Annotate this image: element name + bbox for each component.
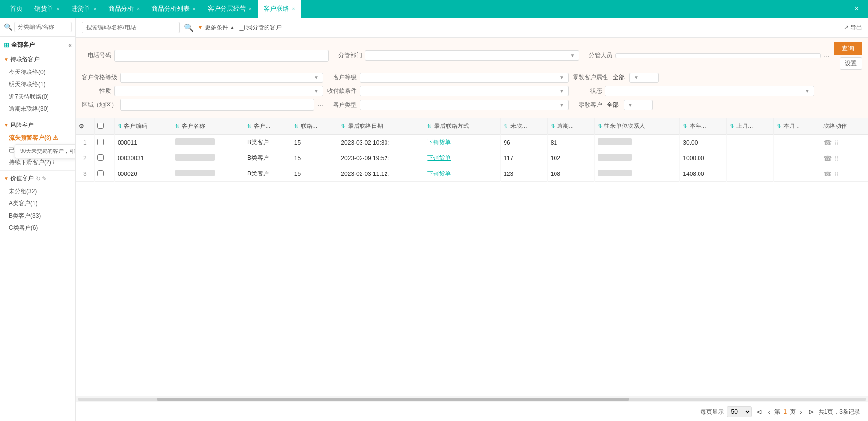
payment-select[interactable]: ▼: [360, 86, 569, 96]
customer-level-select[interactable]: ▼: [360, 73, 569, 83]
row-checkbox-2[interactable]: [94, 166, 114, 182]
filter-person: 分管人员 ···: [583, 51, 830, 60]
row-last-method-0[interactable]: 下销货单: [424, 135, 501, 150]
export-button[interactable]: ↗ 导出: [844, 24, 862, 32]
nav-home[interactable]: 首页: [4, 0, 28, 18]
table-row: 1 000011 B类客户 15 2023-03-02 10:30: 下销货单 …: [76, 135, 868, 150]
first-page-button[interactable]: ⊲: [755, 408, 764, 416]
nav-customer-contact-close[interactable]: ×: [292, 6, 295, 12]
sidebar-item-overdue[interactable]: 逾期未联络(30): [0, 103, 75, 115]
retail-attr-select[interactable]: ▼: [629, 73, 659, 83]
col-contact-person[interactable]: ⇅ 往来单位联系人: [594, 118, 680, 135]
nav-product-analysis[interactable]: 商品分析 ×: [102, 0, 145, 18]
col-level[interactable]: ⇅ 客户...: [244, 118, 291, 135]
search-button[interactable]: 🔍: [184, 23, 193, 32]
row-last-method-2[interactable]: 下销货单: [424, 166, 501, 182]
col-last-month[interactable]: ⇅ 上月...: [726, 118, 773, 135]
row-checkbox-1[interactable]: [94, 150, 114, 166]
nature-select[interactable]: ▼: [114, 86, 323, 96]
last-page-button[interactable]: ⊳: [807, 408, 816, 416]
person-select[interactable]: [615, 53, 821, 58]
row-checkbox-0[interactable]: [94, 135, 114, 150]
contact-icon-0[interactable]: ☎: [823, 139, 832, 147]
sort-icon-contact: ⇅: [294, 124, 298, 129]
sidebar-item-ungrouped[interactable]: 未分组(32): [0, 185, 75, 198]
sort-icon-person: ⇅: [598, 124, 602, 129]
window-close-button[interactable]: ×: [849, 1, 864, 16]
row-uncontacted-1: 117: [501, 150, 548, 166]
my-customers-checkbox-label[interactable]: 我分管的客户: [239, 24, 282, 32]
nav-product-analysis-close[interactable]: ×: [137, 6, 140, 12]
sidebar-item-b-class[interactable]: B类客户(33): [0, 210, 75, 222]
table-row: 3 000026 B类客户 15 2023-02-03 11:12: 下销货单 …: [76, 166, 868, 182]
my-customers-checkbox[interactable]: [239, 25, 245, 31]
col-this-month[interactable]: ⇅ 本月...: [773, 118, 820, 135]
nav-customer-segment[interactable]: 客户分层经营 ×: [202, 0, 258, 18]
nav-product-list-close[interactable]: ×: [193, 6, 195, 12]
search-input[interactable]: [82, 22, 180, 33]
nav-purchase[interactable]: 进货单 ×: [65, 0, 102, 18]
nav-customer-segment-close[interactable]: ×: [249, 6, 252, 12]
status-chevron-icon: ▼: [805, 88, 810, 94]
more-icon-0[interactable]: ⁞⁞: [835, 139, 839, 147]
row-this-month-1: [773, 150, 820, 166]
row-last-method-1[interactable]: 下销货单: [424, 150, 501, 166]
row-overdue-2: 108: [547, 166, 594, 182]
sort-icon-name: ⇅: [175, 124, 179, 129]
col-overdue[interactable]: ⇅ 逾期...: [547, 118, 594, 135]
status-select[interactable]: ▼: [605, 86, 814, 96]
region-input[interactable]: [120, 99, 314, 111]
collapse-icon[interactable]: «: [68, 42, 72, 49]
sidebar-search-input[interactable]: [14, 22, 72, 32]
row-num-1: 2: [76, 150, 94, 166]
col-checkbox[interactable]: [94, 118, 114, 135]
col-name[interactable]: ⇅ 客户名称: [172, 118, 244, 135]
settings-button[interactable]: 设置: [840, 57, 862, 70]
sidebar-item-tomorrow[interactable]: 明天待联络(1): [0, 78, 75, 91]
query-button[interactable]: 查询: [834, 42, 862, 55]
nav-sales-close[interactable]: ×: [56, 6, 59, 12]
refresh-icon[interactable]: ↻: [36, 175, 41, 182]
edit-group-icon[interactable]: ✎: [42, 175, 47, 182]
nav-purchase-close[interactable]: ×: [93, 6, 96, 12]
select-all-checkbox[interactable]: [97, 123, 104, 129]
col-uncontacted[interactable]: ⇅ 未联...: [501, 118, 548, 135]
dept-select[interactable]: ▼: [365, 50, 579, 61]
contact-icon-1[interactable]: ☎: [823, 154, 832, 162]
sidebar-group-pending[interactable]: ▼ 待联络客户: [0, 53, 75, 66]
row-level-0: B类客户: [244, 135, 291, 150]
sidebar-item-a-class[interactable]: A类客户(1): [0, 198, 75, 210]
contact-icon-2[interactable]: ☎: [823, 170, 832, 178]
sidebar-item-today[interactable]: 今天待联络(0): [0, 66, 75, 78]
col-this-year[interactable]: ⇅ 本年...: [680, 118, 727, 135]
col-last-method[interactable]: ⇅ 最后联络方式: [424, 118, 501, 135]
sidebar-item-loss-warning[interactable]: 流失预警客户(3) ⚠: [0, 132, 75, 144]
price-level-select[interactable]: ▼: [120, 73, 323, 83]
horizontal-scrollbar[interactable]: [76, 396, 868, 402]
sidebar-all-customers[interactable]: ⊞ 全部客户 «: [0, 37, 75, 53]
retail-customer-select[interactable]: ▼: [624, 100, 653, 110]
col-contact-count[interactable]: ⇅ 联络...: [291, 118, 338, 135]
sidebar-search-area: 🔍: [0, 18, 75, 37]
nav-product-list[interactable]: 商品分析列表 ×: [145, 0, 201, 18]
nav-sales[interactable]: 销货单 ×: [28, 0, 65, 18]
sidebar-item-7days[interactable]: 近7天待联络(0): [0, 91, 75, 103]
col-settings[interactable]: ⚙: [76, 118, 94, 135]
sidebar-group-risk[interactable]: ▼ 风险客户: [0, 119, 75, 132]
sidebar-group-value[interactable]: ▼ 价值客户 ↻ ✎: [0, 172, 75, 185]
nav-customer-contact[interactable]: 客户联络 ×: [258, 0, 301, 18]
col-code[interactable]: ⇅ 客户编码: [114, 118, 172, 135]
prev-page-button[interactable]: ‹: [767, 408, 772, 416]
more-icon-1[interactable]: ⁞⁞: [835, 154, 839, 162]
more-icon-2[interactable]: ⁞⁞: [835, 170, 839, 178]
sidebar-item-c-class[interactable]: C类客户(6): [0, 222, 75, 234]
next-page-button[interactable]: ›: [798, 408, 804, 416]
customer-type-select[interactable]: ▼: [360, 100, 569, 110]
per-page-select[interactable]: 50 100: [727, 406, 752, 417]
phone-input[interactable]: [114, 50, 329, 62]
person-dots-button[interactable]: ···: [824, 52, 830, 60]
row-uncontacted-2: 123: [501, 166, 548, 182]
col-last-date[interactable]: ⇅ 最后联络日期: [338, 118, 424, 135]
more-conditions-button[interactable]: ▼ 更多条件 ▲: [197, 24, 235, 32]
region-dots-button[interactable]: ···: [317, 101, 323, 109]
